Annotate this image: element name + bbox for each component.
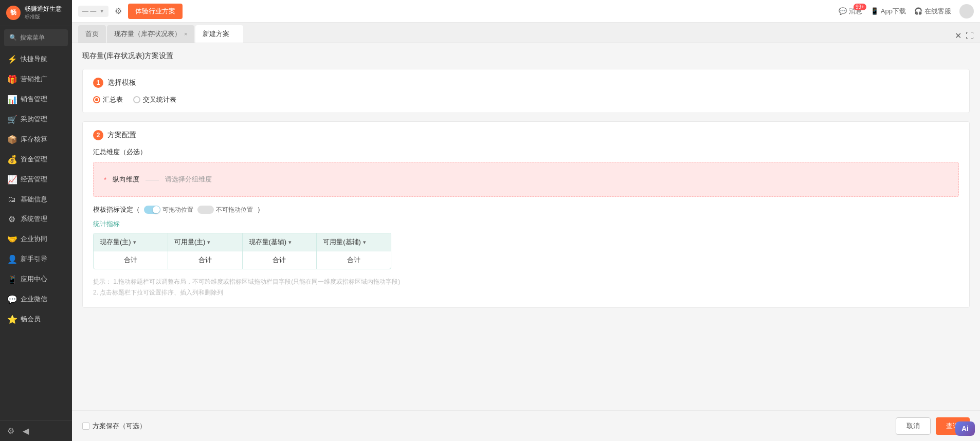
sidebar-item-label: 企业协同 [21,234,47,244]
save-checkbox[interactable] [82,422,89,430]
sidebar-item-label: 基础信息 [21,195,47,204]
messages-button[interactable]: 💬 消息 99+ [839,7,862,16]
sidebar-collapse-icon[interactable]: ◀ [23,426,29,436]
tab-label: 现存量（库存状况表） [114,29,181,39]
sales-icon: 📊 [7,95,16,104]
section1-num: 1 [93,78,103,88]
col-arrow-icon[interactable]: ▾ [363,239,366,246]
sidebar-item-system[interactable]: ⚙ 系统管理 [0,209,72,229]
app-name: 畅赚通好生意 [25,5,62,13]
message-icon: 💬 [839,7,847,15]
col-label: 现存量(基辅) [249,237,287,247]
app-download-button[interactable]: 📱 App下载 [870,7,906,16]
tab-new-scheme[interactable]: 新建方案 × [195,25,243,43]
system-icon: ⚙ [7,214,16,224]
search-icon: 🔍 [9,34,17,41]
sidebar-item-label: 畅会员 [21,315,41,324]
purchase-icon: 🛒 [7,115,16,124]
sidebar-item-label: 销售管理 [21,95,47,104]
hint-1: 提示： 1.拖动标题栏可以调整布局，不可跨维度或指标区域拖动栏目字段(只能在同一… [93,278,959,286]
online-service-label: 在线客服 [924,7,951,16]
section1-title: 选择模板 [107,78,136,87]
topbar-gear-icon[interactable]: ⚙ [113,4,124,18]
newbie-icon: 👤 [7,254,16,264]
sidebar-item-finance[interactable]: 💰 资金管理 [0,150,72,170]
sidebar-item-label: 经营管理 [21,175,47,184]
enterprise-icon: 🤝 [7,234,16,244]
toggle-movable-box[interactable] [144,206,160,214]
col-label: 可用量(主) [174,237,206,247]
profile-selector[interactable]: — — ▼ [78,6,108,17]
sidebar-item-appcenter[interactable]: 📱 应用中心 [0,269,72,289]
basicinfo-icon: 🗂 [7,195,16,204]
radio-summary-label: 汇总表 [103,95,123,104]
search-label: 搜索菜单 [20,33,45,42]
col-arrow-icon[interactable]: ▾ [288,239,292,246]
quicknav-icon: ⚡ [7,54,16,64]
sidebar-item-operations[interactable]: 📈 经营管理 [0,170,72,190]
sidebar-item-label: 资金管理 [21,155,47,164]
sidebar-item-wechat[interactable]: 💬 企业微信 [0,289,72,309]
tab-home[interactable]: 首页 [78,25,106,43]
app-name-block: 畅赚通好生意 标准版 [25,5,62,21]
required-mark: * [104,176,106,183]
movable-label: 可拖动位置 [162,206,193,214]
tab-inventory-status[interactable]: 现存量（库存状况表） × [107,25,194,43]
sidebar-item-label: 采购管理 [21,115,47,124]
section2-title: 方案配置 [107,131,136,140]
indicator-table-row-0: 合计 合计 合计 合计 [94,251,391,269]
sidebar-item-quicknav[interactable]: ⚡ 快捷导航 [0,49,72,69]
sidebar-item-newbie[interactable]: 👤 新手引导 [0,249,72,269]
profile-dropdown-icon: ▼ [99,8,104,14]
cell-0-2: 合计 [243,251,317,269]
sidebar-item-purchase[interactable]: 🛒 采购管理 [0,109,72,130]
sidebar-item-basicinfo[interactable]: 🗂 基础信息 [0,190,72,209]
app-download-label: App下载 [881,7,906,16]
sidebar-item-label: 快捷导航 [21,54,47,64]
section2-num: 2 [93,130,103,140]
app-logo-icon: 畅 [6,6,21,20]
indicator-label-text: 模板指标设定（ [93,205,140,214]
indicator-col-0[interactable]: 现存量(主) ▾ [94,233,168,251]
panel-expand-icon[interactable]: ⛶ [966,31,974,41]
sidebar-item-inventory[interactable]: 📦 库存核算 [0,130,72,150]
online-service-button[interactable]: 🎧 在线客服 [914,7,951,16]
sidebar-item-member[interactable]: ⭐ 畅会员 [0,309,72,329]
app-badge: 标准版 [25,13,62,21]
user-avatar[interactable] [959,4,974,19]
indicator-col-3[interactable]: 可用量(基辅) ▾ [317,233,391,251]
tab-label: 新建方案 [203,29,229,39]
hints-section: 提示： 1.拖动标题栏可以调整布局，不可跨维度或指标区域拖动栏目字段(只能在同一… [93,278,959,297]
inventory-icon: 📦 [7,135,16,144]
marketing-icon: 🎁 [7,75,16,84]
save-option[interactable]: 方案保存（可选） [82,421,146,431]
sidebar-item-marketing[interactable]: 🎁 营销推广 [0,69,72,89]
toggle-movable[interactable]: 可拖动位置 [144,206,193,214]
radio-cross[interactable]: 交叉统计表 [133,95,176,104]
tab-close-icon[interactable]: × [232,31,235,37]
ai-assistant-button[interactable]: Ai [955,421,975,436]
dimension-selector[interactable]: * 纵向维度 —— 请选择分组维度 [93,162,959,197]
indicator-col-2[interactable]: 现存量(基辅) ▾ [243,233,317,251]
panel-close-icon[interactable]: ✕ [955,31,961,41]
operations-icon: 📈 [7,175,16,185]
radio-summary[interactable]: 汇总表 [93,95,123,104]
main-area: — — ▼ ⚙ 体验行业方案 💬 消息 99+ 📱 App下载 🎧 在线客服 [72,0,980,441]
col-arrow-icon[interactable]: ▾ [133,239,136,246]
dimension-label: 汇总维度（必选） [93,148,959,157]
col-arrow-icon[interactable]: ▾ [207,239,210,246]
sidebar-item-sales[interactable]: 📊 销售管理 [0,89,72,109]
sidebar-settings-icon[interactable]: ⚙ [7,426,14,436]
radio-dot [95,98,98,101]
sidebar-search[interactable]: 🔍 搜索菜单 [4,29,68,46]
cancel-button[interactable]: 取消 [896,417,931,435]
indicator-col-1[interactable]: 可用量(主) ▾ [168,233,243,251]
sidebar-logo[interactable]: 畅 畅赚通好生意 标准版 [0,0,72,26]
toggle-immovable: 不可拖动位置 [197,206,253,214]
sidebar-item-enterprise[interactable]: 🤝 企业协同 [0,229,72,249]
sidebar-item-label: 新手引导 [21,254,47,264]
appcenter-icon: 📱 [7,274,16,284]
tab-close-icon[interactable]: × [184,31,187,37]
trial-button[interactable]: 体验行业方案 [128,4,183,19]
hint-text-1: 提示： 1.拖动标题栏可以调整布局，不可跨维度或指标区域拖动栏目字段(只能在同一… [93,278,400,286]
